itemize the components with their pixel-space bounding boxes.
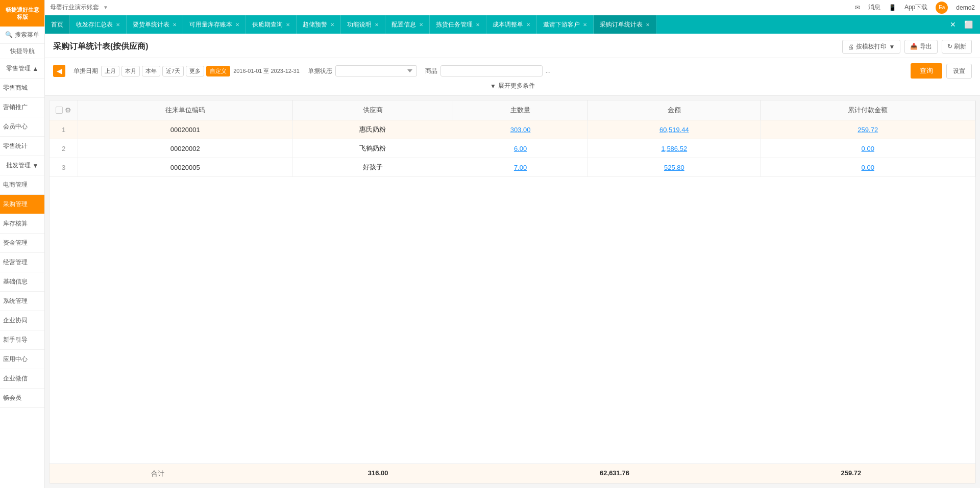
column-settings-icon[interactable]: ⚙ [65,106,71,114]
td-qty[interactable]: 7.00 [453,158,587,177]
refresh-button[interactable]: ↻ 刷新 [942,40,972,54]
sidebar-item-purchase-mgmt[interactable]: 采购管理 [0,195,44,214]
close-icon[interactable]: ✕ [173,22,177,28]
tab-label: 成本调整单 [493,20,523,29]
td-qty[interactable]: 303.00 [453,120,587,139]
query-button[interactable]: 查询 [911,63,942,79]
tab-available-stock[interactable]: 可用量库存账本 ✕ [183,15,246,34]
shortcut-last-7-days[interactable]: 近7天 [162,66,184,76]
workspace-dropdown-icon[interactable]: ▼ [103,5,108,10]
td-qty[interactable]: 6.00 [453,139,587,158]
tab-purchase-stats[interactable]: 采购订单统计表 ✕ [594,15,656,34]
sidebar-item-inventory-check[interactable]: 库存核算 [0,214,44,234]
tab-goods-stats[interactable]: 要货单统计表 ✕ [127,15,183,34]
sidebar-item-label: 资金管理 [3,239,28,247]
close-icon[interactable]: ✕ [583,22,587,28]
template-print-button[interactable]: 🖨 按模板打印 ▼ [842,40,900,54]
username-label[interactable]: demo2 [956,4,975,11]
td-supplier: 飞鹤奶粉 [292,139,453,158]
logo-text-line1: 畅捷通好生意 [6,6,39,13]
td-seq: 3 [50,158,78,177]
close-icon[interactable]: ✕ [116,22,120,28]
table-wrapper: ⚙ 往来单位编码 供应商 主数量 金额 累计付款金额 100020001惠氏奶粉… [50,100,975,464]
sidebar-item-system-mgmt[interactable]: 系统管理 [0,292,44,311]
close-icon[interactable]: ✕ [235,22,239,28]
td-amount[interactable]: 1,586.52 [588,139,761,158]
shortcut-this-month[interactable]: 本月 [121,66,140,76]
close-icon[interactable]: ✕ [419,22,423,28]
settings-button[interactable]: 设置 [946,64,972,79]
print-icon: 🖨 [848,43,854,50]
app-download-label[interactable]: App下载 [904,3,927,12]
td-code: 00020001 [78,120,293,139]
shortcut-this-year[interactable]: 本年 [142,66,160,76]
sidebar-item-enterprise-wechat[interactable]: 企业微信 [0,369,44,389]
tab-collect-pay[interactable]: 收发存汇总表 ✕ [70,15,127,34]
shortcut-last-month[interactable]: 上月 [101,66,119,76]
ellipsis-icon[interactable]: ... [546,67,551,74]
close-icon[interactable]: ✕ [330,22,334,28]
tab-label: 收发存汇总表 [76,20,113,29]
sidebar-item-marketing[interactable]: 营销推广 [0,98,44,117]
sidebar-search[interactable]: 🔍 搜索菜单 [0,27,44,44]
expand-more-button[interactable]: ▼ 展开更多条件 [490,82,535,90]
sidebar-item-fund-mgmt[interactable]: 资金管理 [0,234,44,253]
close-icon[interactable]: ✕ [646,22,650,28]
close-icon[interactable]: ✕ [286,22,290,28]
close-icon[interactable]: ✕ [476,22,480,28]
sidebar-item-member-center[interactable]: 会员中心 [0,117,44,137]
tab-config-info[interactable]: 配置信息 ✕ [385,15,430,34]
td-paid[interactable]: 0.00 [761,158,975,177]
tab-expiry-query[interactable]: 保质期查询 ✕ [246,15,297,34]
sidebar-item-basic-info[interactable]: 基础信息 [0,272,44,292]
sidebar-item-retail-shop[interactable]: 零售商城 [0,79,44,98]
status-select[interactable] [335,65,417,76]
goods-input[interactable] [440,65,543,76]
table-row[interactable]: 200020002飞鹤奶粉6.001,586.520.00 [50,139,975,158]
td-amount[interactable]: 525.80 [588,158,761,177]
tab-cost-adj[interactable]: 成本调整单 ✕ [486,15,537,34]
close-window-icon[interactable]: ✕ [947,19,959,30]
td-amount[interactable]: 60,519.44 [588,120,761,139]
status-filter-label: 单据状态 [308,67,332,75]
sidebar-item-retail-stats[interactable]: 零售统计 [0,137,44,156]
tab-home[interactable]: 首页 [45,15,70,34]
td-paid[interactable]: 0.00 [761,139,975,158]
filter-toggle-button[interactable]: ◀ [53,65,65,77]
tab-label: 配置信息 [391,20,416,29]
footer-amount: 62,631.76 [496,469,732,478]
sidebar-item-app-center[interactable]: 应用中心 [0,350,44,369]
sidebar-item-label: 企业微信 [3,374,28,383]
select-all-checkbox[interactable] [56,107,63,114]
th-qty: 主数量 [453,100,587,120]
td-supplier: 惠氏奶粉 [292,120,453,139]
sidebar-item-ops-mgmt[interactable]: 经营管理 [0,253,44,272]
sidebar-shortcut[interactable]: 快捷导航 [0,44,44,59]
export-button[interactable]: 📥 导出 [904,40,937,54]
topbar-left: 母婴行业演示账套 ▼ [50,3,108,12]
close-icon[interactable]: ✕ [375,22,379,28]
sidebar-item-wholesale-mgmt[interactable]: 批发管理 ▼ [0,156,44,175]
footer-label: 合计 [56,469,260,478]
tab-overstock-alert[interactable]: 超储预警 ✕ [297,15,341,34]
sidebar-item-retail-mgmt[interactable]: 零售管理 ▲ [0,59,44,79]
sidebar-search-label: 搜索菜单 [15,31,39,38]
sidebar-item-ecommerce[interactable]: 电商管理 [0,175,44,195]
sidebar-item-new-guide[interactable]: 新手引导 [0,330,44,350]
table-row[interactable]: 100020001惠氏奶粉303.0060,519.44259.72 [50,120,975,139]
tab-invite-downstream[interactable]: 邀请下游客户 ✕ [537,15,594,34]
date-filter-label: 单据日期 [74,67,98,75]
td-paid[interactable]: 259.72 [761,120,975,139]
close-icon[interactable]: ✕ [526,22,530,28]
table-row[interactable]: 300020005好孩子7.00525.800.00 [50,158,975,177]
maximize-window-icon[interactable]: ⬜ [961,19,976,30]
tab-pick-task[interactable]: 拣货任务管理 ✕ [430,15,486,34]
shortcut-more[interactable]: 更多 [186,66,204,76]
tab-func-desc[interactable]: 功能说明 ✕ [341,15,385,34]
message-label[interactable]: 消息 [868,3,880,12]
shortcut-custom[interactable]: 自定义 [206,66,230,76]
th-code: 往来单位编码 [78,100,293,120]
page-title: 采购订单统计表(按供应商) [53,41,149,52]
sidebar-item-vip[interactable]: 畅会员 [0,389,44,408]
sidebar-item-enterprise-collab[interactable]: 企业协同 [0,311,44,330]
